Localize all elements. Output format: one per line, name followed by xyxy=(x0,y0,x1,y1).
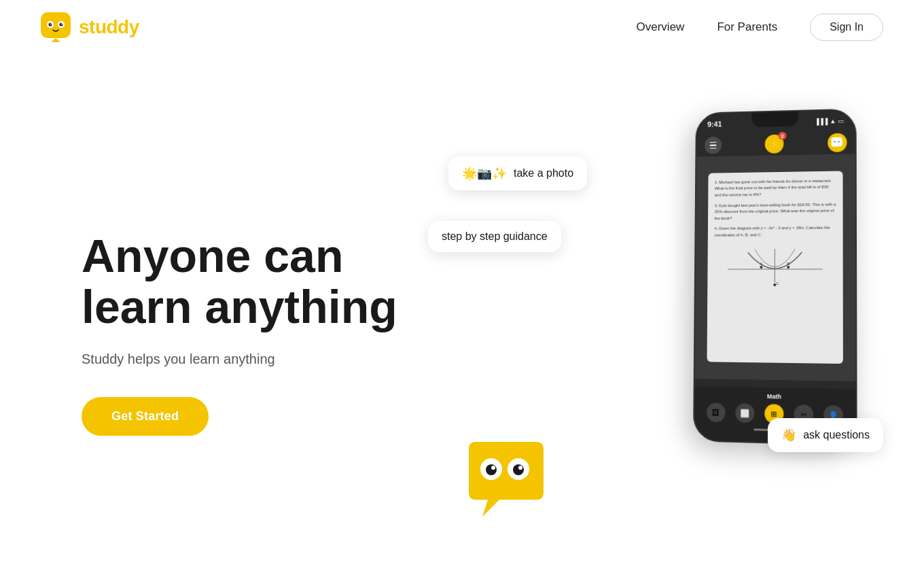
lightning-count: 2 xyxy=(779,132,787,140)
wifi-icon: ▲ xyxy=(830,118,836,124)
step-by-step-text: step by step guidance xyxy=(442,230,548,243)
phone-subject-label: Math xyxy=(701,392,849,401)
phone-device: 9:41 ▐▐▐ ▲ ▭ ⚡ 2 xyxy=(693,109,857,446)
math-text-3: 4. Given the diagram with y = -3x² - 3 a… xyxy=(714,225,836,239)
mascot-svg xyxy=(462,442,550,523)
svg-point-24 xyxy=(513,464,524,475)
bubble-step-by-step: step by step guidance xyxy=(428,221,561,252)
svg-point-16 xyxy=(787,266,789,269)
phone-top-bar: ⚡ 2 xyxy=(696,128,855,158)
status-icons: ▐▐▐ ▲ ▭ xyxy=(815,118,844,125)
svg-rect-8 xyxy=(832,137,842,147)
phone-mockup-area: 🌟📷✨ take a photo step by step guidance 9… xyxy=(421,95,883,557)
ask-questions-emoji: 👋 xyxy=(781,428,796,443)
svg-rect-0 xyxy=(41,12,71,38)
nav-for-parents[interactable]: For Parents xyxy=(717,20,777,34)
math-text-1: 2. Michael has gone out with his friends… xyxy=(715,177,836,199)
hero-text-area: Anyone can learn anything Studdy helps y… xyxy=(82,217,397,436)
phone-screen: 9:41 ▐▐▐ ▲ ▭ ⚡ 2 xyxy=(694,110,856,445)
svg-point-6 xyxy=(61,23,63,24)
phone-studdy-icon xyxy=(828,133,847,152)
math-graph: A B C xyxy=(714,245,836,286)
signal-icon: ▐▐▐ xyxy=(815,118,828,125)
svg-point-3 xyxy=(49,23,52,27)
bubble-take-photo: 🌟📷✨ take a photo xyxy=(448,156,587,190)
logo-icon xyxy=(41,12,73,42)
svg-point-4 xyxy=(60,23,63,27)
svg-text:A: A xyxy=(760,262,762,266)
math-paper: 2. Michael has gone out with his friends… xyxy=(707,171,843,364)
camera-icon: ⬜ xyxy=(735,403,754,423)
svg-point-25 xyxy=(491,466,495,470)
main-nav: Overview For Parents Sign In xyxy=(637,14,883,41)
svg-text:C: C xyxy=(776,281,779,286)
battery-icon: ▭ xyxy=(838,118,844,124)
phone-menu-icon xyxy=(705,137,722,154)
mascot-big xyxy=(462,442,550,523)
svg-text:B: B xyxy=(787,261,789,265)
logo-text: studdy xyxy=(79,16,139,38)
nav-overview[interactable]: Overview xyxy=(637,20,685,34)
hero-section: Anyone can learn anything Studdy helps y… xyxy=(0,54,924,584)
phone-notch xyxy=(751,111,798,127)
status-time: 9:41 xyxy=(707,120,722,128)
photo-icon: 🖼 xyxy=(706,402,725,422)
svg-marker-7 xyxy=(51,38,60,42)
bubble-ask-questions: 👋 ask questions xyxy=(768,418,883,452)
svg-point-15 xyxy=(760,266,762,269)
svg-point-5 xyxy=(50,23,52,24)
ask-questions-text: ask questions xyxy=(803,429,870,441)
hamburger-icon xyxy=(710,141,717,148)
take-photo-emoji: 🌟📷✨ xyxy=(462,166,507,181)
phone-content: 2. Michael has gone out with his friends… xyxy=(695,154,856,381)
lightning-badge: ⚡ 2 xyxy=(765,135,784,154)
hero-title: Anyone can learn anything xyxy=(82,230,397,332)
take-photo-text: take a photo xyxy=(514,167,573,179)
svg-point-23 xyxy=(486,464,497,475)
get-started-button[interactable]: Get Started xyxy=(82,397,209,436)
sign-in-button[interactable]: Sign In xyxy=(810,14,883,41)
logo[interactable]: studdy xyxy=(41,12,139,42)
svg-point-26 xyxy=(518,466,522,470)
math-text-2: 3. Kyle bought last year's best-selling … xyxy=(714,201,836,222)
hero-subtitle: Studdy helps you learn anything xyxy=(82,351,397,367)
